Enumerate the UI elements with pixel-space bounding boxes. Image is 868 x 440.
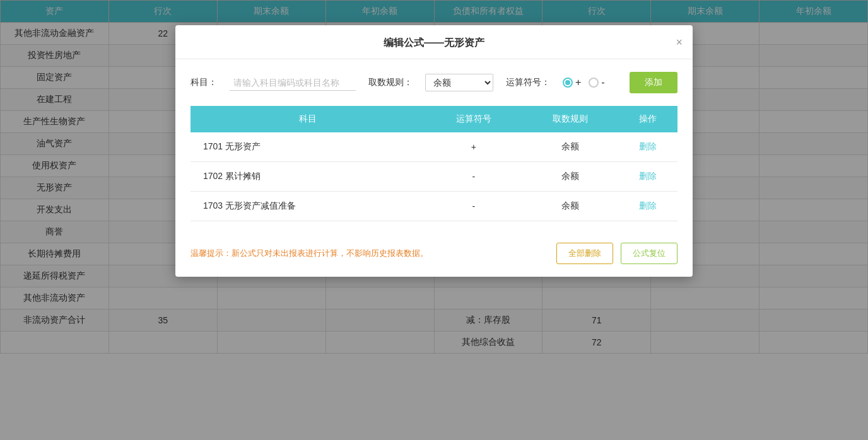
row3-rule: 余额: [522, 192, 618, 221]
tip-text: 温馨提示：新公式只对未出报表进行计算，不影响历史报表数据。: [191, 248, 428, 259]
subject-label: 科目：: [191, 77, 217, 88]
plus-sign: +: [575, 77, 581, 88]
operator-plus-radio[interactable]: +: [563, 77, 581, 88]
table-row: 1702 累计摊销 - 余额 删除: [191, 162, 677, 192]
operator-minus-radio[interactable]: -: [589, 77, 604, 88]
radio-plus-circle: [563, 78, 573, 88]
table-header-operator: 运算符号: [425, 106, 522, 132]
delete-all-button[interactable]: 全部删除: [556, 243, 613, 264]
row1-subject: 1701 无形资产: [191, 132, 425, 162]
rule-select[interactable]: 余额 借方发生额 贷方发生额: [425, 74, 493, 91]
formula-form-row: 科目： 取数规则： 余额 借方发生额 贷方发生额 运算符号： +: [191, 72, 677, 93]
table-header-action: 操作: [618, 106, 677, 132]
row3-action: 删除: [618, 192, 677, 221]
row1-action: 删除: [618, 132, 677, 162]
rule-label: 取数规则：: [368, 77, 413, 88]
row2-rule: 余额: [522, 162, 618, 192]
row1-delete-link[interactable]: 删除: [639, 141, 657, 151]
row3-subject: 1703 无形资产减值准备: [191, 192, 425, 221]
radio-minus-circle: [589, 78, 599, 88]
row3-delete-link[interactable]: 删除: [639, 200, 657, 211]
row2-delete-link[interactable]: 删除: [639, 171, 657, 181]
minus-sign: -: [601, 77, 604, 88]
dialog-close-button[interactable]: ×: [676, 37, 683, 48]
row2-operator: -: [425, 162, 522, 192]
table-row: 1701 无形资产 + 余额 删除: [191, 132, 677, 162]
row2-action: 删除: [618, 162, 677, 192]
dialog-body: 科目： 取数规则： 余额 借方发生额 贷方发生额 运算符号： +: [175, 59, 693, 234]
row1-rule: 余额: [522, 132, 618, 162]
modal-overlay: 编辑公式——无形资产 × 科目： 取数规则： 余额 借方发生额 贷方发生额 运算…: [0, 0, 868, 440]
edit-formula-dialog: 编辑公式——无形资产 × 科目： 取数规则： 余额 借方发生额 贷方发生额 运算…: [175, 25, 693, 277]
operator-radio-group: + -: [563, 77, 605, 88]
row1-operator: +: [425, 132, 522, 162]
dialog-footer: 温馨提示：新公式只对未出报表进行计算，不影响历史报表数据。 全部删除 公式复位: [175, 234, 693, 277]
row2-subject: 1702 累计摊销: [191, 162, 425, 192]
dialog-header: 编辑公式——无形资产 ×: [175, 25, 693, 59]
add-button[interactable]: 添加: [630, 72, 677, 93]
row3-operator: -: [425, 192, 522, 221]
table-header-subject: 科目: [191, 106, 425, 132]
formula-table: 科目 运算符号 取数规则 操作 1701 无形资产 + 余额 删除 1702 累…: [191, 106, 677, 221]
table-header-rule: 取数规则: [522, 106, 618, 132]
subject-input[interactable]: [230, 75, 356, 91]
dialog-title: 编辑公式——无形资产: [384, 37, 484, 48]
footer-buttons: 全部删除 公式复位: [556, 243, 677, 264]
table-row: 1703 无形资产减值准备 - 余额 删除: [191, 192, 677, 221]
rule-select-wrap: 余额 借方发生额 贷方发生额: [425, 74, 493, 91]
operator-label: 运算符号：: [506, 77, 550, 88]
reset-formula-button[interactable]: 公式复位: [621, 243, 677, 264]
